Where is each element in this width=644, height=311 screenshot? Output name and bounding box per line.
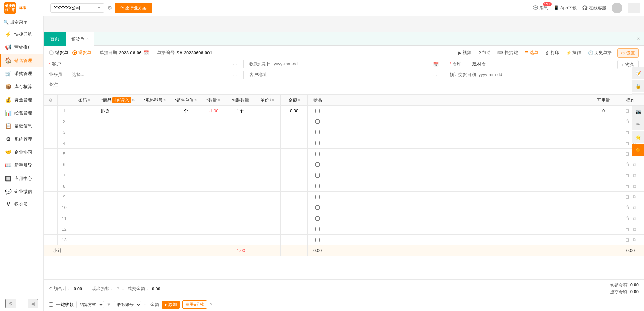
row-amount-0[interactable] xyxy=(281,106,308,116)
customer-addr-more-icon[interactable]: ··· xyxy=(432,72,439,77)
row-barcode-8[interactable] xyxy=(71,192,98,202)
row-price-12[interactable] xyxy=(254,235,281,245)
row-amount-9[interactable] xyxy=(281,202,308,213)
row-amount-6[interactable] xyxy=(281,170,308,181)
row-barcode-7[interactable] xyxy=(71,181,98,192)
one-click-payment-checkbox[interactable] xyxy=(49,302,53,307)
print-button[interactable]: 🖨 打印 xyxy=(543,49,561,56)
row-gift-2[interactable] xyxy=(308,127,328,138)
help-button[interactable]: ? 帮助 xyxy=(476,49,492,56)
history-button[interactable]: 🕐 历史单据 xyxy=(586,49,614,56)
row-qty-5[interactable] xyxy=(200,159,227,170)
delete-row-4[interactable]: 🗑 xyxy=(624,151,631,156)
row-amount-8[interactable] xyxy=(281,192,308,202)
row-amount-2[interactable] xyxy=(281,127,308,138)
row-qty-0[interactable] xyxy=(200,106,227,116)
row-qty-12[interactable] xyxy=(200,235,227,245)
copy-row-12[interactable]: ⧉ xyxy=(632,237,637,242)
row-amount-4[interactable] xyxy=(281,149,308,159)
float-camera-button[interactable]: 📷 xyxy=(632,106,644,118)
row-gift-11[interactable] xyxy=(308,224,328,235)
row-price-5[interactable] xyxy=(254,159,281,170)
delete-row-5[interactable]: 🗑 xyxy=(624,162,631,167)
app-download-button[interactable]: 📱 App下载 xyxy=(554,5,577,11)
row-spec-2[interactable] xyxy=(138,127,172,138)
row-pkg-10[interactable] xyxy=(227,213,254,224)
row-price-9[interactable] xyxy=(254,202,281,213)
delete-row-8[interactable]: 🗑 xyxy=(624,194,631,199)
row-qty-8[interactable] xyxy=(200,192,227,202)
row-pkg-11[interactable] xyxy=(227,224,254,235)
row-pkg-3[interactable] xyxy=(227,138,254,149)
row-price-3[interactable] xyxy=(254,138,281,149)
float-edit-button[interactable]: 📝 xyxy=(632,67,644,79)
row-product-12[interactable] xyxy=(98,235,138,245)
row-spec-3[interactable] xyxy=(138,138,172,149)
row-spec-4[interactable] xyxy=(138,149,172,159)
row-qty-10[interactable] xyxy=(200,213,227,224)
row-gift-5[interactable] xyxy=(308,159,328,170)
product-sort-icon[interactable]: ⇅ xyxy=(132,98,135,102)
operate-button[interactable]: ⚡ 操作 xyxy=(564,49,583,56)
row-pkg-9[interactable] xyxy=(227,202,254,213)
float-star-button[interactable]: ⭐ xyxy=(632,131,644,143)
sidebar-item-marketing[interactable]: 📢 营销推广 xyxy=(0,41,43,54)
copy-row-8[interactable]: ⧉ xyxy=(632,194,637,199)
row-qty-11[interactable] xyxy=(200,224,227,235)
row-barcode-5[interactable] xyxy=(71,159,98,170)
sidebar-item-purchase[interactable]: 🛒 采购管理 xyxy=(0,67,43,80)
tab-sales-order[interactable]: 销货单 × xyxy=(66,32,94,46)
sidebar-item-member[interactable]: V 畅会员 xyxy=(0,198,43,211)
trial-button[interactable]: 体验行业方案 xyxy=(115,3,152,13)
account-more-icon[interactable]: ··· xyxy=(144,302,148,307)
row-barcode-12[interactable] xyxy=(71,235,98,245)
row-spec-11[interactable] xyxy=(138,224,172,235)
unit-sort-icon[interactable]: ⇅ xyxy=(194,98,197,102)
row-gift-4[interactable] xyxy=(308,149,328,159)
scan-button[interactable]: 扫码录入 xyxy=(112,97,131,103)
row-unit-0[interactable] xyxy=(172,106,200,116)
row-product-7[interactable] xyxy=(98,181,138,192)
row-barcode-1[interactable] xyxy=(71,116,98,127)
row-qty-3[interactable] xyxy=(200,138,227,149)
row-amount-5[interactable] xyxy=(281,159,308,170)
delete-row-0[interactable]: 🗑 xyxy=(624,108,631,113)
row-amount-1[interactable] xyxy=(281,116,308,127)
sidebar-item-inventory[interactable]: 📦 库存核算 xyxy=(0,80,43,93)
cash-discount-info-icon[interactable]: ? xyxy=(117,286,119,291)
row-spec-8[interactable] xyxy=(138,192,172,202)
row-barcode-3[interactable] xyxy=(71,138,98,149)
tab-close-icon[interactable]: × xyxy=(86,37,89,41)
settlement-select[interactable]: 结算方式 xyxy=(76,301,104,308)
qty-sort-icon[interactable]: ⇅ xyxy=(218,98,220,102)
search-menu-button[interactable]: 🔍 搜索菜单 xyxy=(0,16,43,28)
float-lock-button[interactable]: 🔒 xyxy=(632,80,644,92)
copy-row-7[interactable]: ⧉ xyxy=(632,183,637,189)
row-spec-0[interactable] xyxy=(138,106,172,116)
row-price-7[interactable] xyxy=(254,181,281,192)
due-date-input[interactable] xyxy=(272,61,431,67)
row-gift-7[interactable] xyxy=(308,181,328,192)
row-spec-6[interactable] xyxy=(138,170,172,181)
company-selector[interactable]: XXXXXX公司 ▼ xyxy=(50,3,104,13)
price-info-icon[interactable]: ℹ xyxy=(270,98,271,102)
copy-row-10[interactable]: ⧉ xyxy=(632,216,637,221)
row-gift-10[interactable] xyxy=(308,213,328,224)
customer-input[interactable] xyxy=(71,61,230,67)
sidebar-item-finance[interactable]: 💰 资金管理 xyxy=(0,93,43,106)
delete-row-1[interactable]: 🗑 xyxy=(624,119,631,124)
avatar[interactable] xyxy=(612,3,622,13)
delete-row-10[interactable]: 🗑 xyxy=(624,216,631,221)
sidebar-item-appstore[interactable]: 🔲 应用中心 xyxy=(0,172,43,185)
row-unit-12[interactable] xyxy=(172,235,200,245)
customer-more-icon[interactable]: ··· xyxy=(232,62,238,67)
row-unit-8[interactable] xyxy=(172,192,200,202)
row-unit-6[interactable] xyxy=(172,170,200,181)
select-order-button[interactable]: ☰ 选单 xyxy=(523,49,540,56)
row-amount-3[interactable] xyxy=(281,138,308,149)
row-barcode-11[interactable] xyxy=(71,224,98,235)
float-pencil-button[interactable]: ✏ xyxy=(632,118,644,130)
row-unit-9[interactable] xyxy=(172,202,200,213)
row-price-4[interactable] xyxy=(254,149,281,159)
row-product-3[interactable] xyxy=(98,138,138,149)
